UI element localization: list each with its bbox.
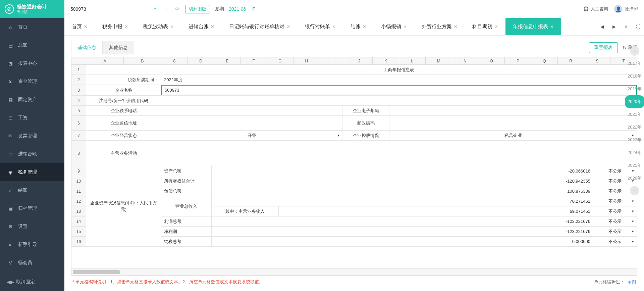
input-credit-code[interactable] <box>161 96 637 105</box>
tab-close-icon[interactable]: ✕ <box>332 24 336 29</box>
tabs-next[interactable]: ▶ <box>608 18 620 35</box>
col-head-S[interactable]: S <box>584 57 611 64</box>
year-2021年[interactable]: 2021年 <box>625 108 644 121</box>
tab-close-icon[interactable]: ✕ <box>211 24 214 29</box>
gear-icon[interactable]: ⚙ <box>174 6 180 12</box>
col-head-P[interactable]: P <box>505 57 531 64</box>
disp-12[interactable]: 不公示 <box>593 196 637 206</box>
user-menu[interactable]: 👤 徐泽华 <box>614 5 638 13</box>
row-number[interactable]: 6 <box>71 116 86 130</box>
tab-close-icon[interactable]: ✕ <box>286 24 290 29</box>
val-11[interactable]: 100.876339 <box>212 186 593 196</box>
scroll-thumb[interactable] <box>73 270 120 274</box>
nav-item-3[interactable]: ¥资金管理 <box>0 72 64 91</box>
fullscreen-icon[interactable]: ⛶ <box>632 18 644 35</box>
nav-item-6[interactable]: ✉发票管理 <box>0 127 64 145</box>
val-15[interactable]: -123.221676 <box>212 227 593 236</box>
year-up[interactable]: ︿ <box>630 46 639 56</box>
row-number[interactable]: 13 <box>71 206 86 216</box>
inner-tab-basic[interactable]: 基础信息 <box>71 41 103 54</box>
col-head-A[interactable]: A <box>86 57 124 64</box>
doc-tab-2[interactable]: 税负波动表✕ <box>136 18 181 35</box>
col-head-K[interactable]: K <box>373 57 399 64</box>
col-head-B[interactable]: B <box>124 57 161 64</box>
inner-tab-other[interactable]: 其他信息 <box>103 41 134 54</box>
row-number[interactable]: 3 <box>71 85 86 95</box>
row-number[interactable]: 11 <box>71 186 86 196</box>
year-2020年[interactable]: 2020年 <box>625 95 644 108</box>
nav-item-1[interactable]: ▤总账 <box>0 36 64 54</box>
nav-item-13[interactable]: V畅会员 <box>0 254 64 272</box>
project-select[interactable]: 500973 ﹀ <box>70 6 158 12</box>
col-head-I[interactable]: I <box>320 57 346 64</box>
input-postcode[interactable] <box>389 116 637 130</box>
row-number[interactable]: 7 <box>71 131 86 140</box>
row-number[interactable]: 9 <box>71 166 86 176</box>
doc-tab-8[interactable]: 外贸行业方案✕ <box>414 18 465 35</box>
year-2026年[interactable]: 2026年 <box>625 172 644 185</box>
col-head-F[interactable]: F <box>240 57 267 64</box>
tab-close-icon[interactable]: ✕ <box>494 24 498 29</box>
col-head-D[interactable]: D <box>188 57 214 64</box>
col-head-Q[interactable]: Q <box>531 57 558 64</box>
year-2024年[interactable]: 2024年 <box>625 146 644 159</box>
tab-close-icon[interactable]: ✕ <box>550 24 554 29</box>
tab-close-icon[interactable]: ✕ <box>454 24 458 29</box>
nav-item-11[interactable]: ⚙设置 <box>0 217 64 236</box>
doc-tab-9[interactable]: 科目期初✕ <box>465 18 505 35</box>
nav-item-2[interactable]: ⬔报表中心 <box>0 54 64 72</box>
year-2025年[interactable]: 2025年 <box>625 159 644 172</box>
input-phone[interactable] <box>161 106 342 115</box>
tab-close-icon[interactable]: ✕ <box>363 24 366 29</box>
disp-16[interactable]: 不公示 <box>593 237 637 246</box>
row-number[interactable]: 12 <box>71 196 86 206</box>
disp-15[interactable]: 不公示 <box>593 227 637 236</box>
col-head-J[interactable]: J <box>346 57 373 64</box>
doc-tab-0[interactable]: 首页✕ <box>64 18 95 35</box>
row-number[interactable]: 14 <box>71 216 86 227</box>
tab-close-icon[interactable]: ✕ <box>170 24 174 29</box>
col-head-M[interactable]: M <box>426 57 452 64</box>
tab-close-icon[interactable]: ✕ <box>84 24 88 29</box>
doc-tab-5[interactable]: 银行对账单✕ <box>298 18 343 35</box>
row-number[interactable]: 15 <box>71 227 86 237</box>
row-number[interactable]: 8 <box>71 141 86 166</box>
year-2017年[interactable]: 2017年 <box>625 57 644 70</box>
year-2018年[interactable]: 2018年 <box>625 70 644 83</box>
row-number[interactable]: 16 <box>71 237 86 247</box>
col-head-N[interactable]: N <box>452 57 479 64</box>
support-link[interactable]: 🎧 人工咨询 <box>583 6 608 12</box>
col-head-R[interactable]: R <box>558 57 584 64</box>
select-all-corner[interactable] <box>71 57 86 64</box>
nav-item-12[interactable]: ▸新手引导 <box>0 236 64 254</box>
year-2022年[interactable]: 2022年 <box>625 121 644 134</box>
col-head-C[interactable]: C <box>161 57 188 64</box>
select-holding[interactable]: 私营企业 <box>389 131 637 140</box>
calendar-icon[interactable]: 🗓 <box>251 6 257 12</box>
col-head-E[interactable]: E <box>214 57 241 64</box>
tab-close-icon[interactable]: ✕ <box>124 24 128 29</box>
switch-old-button[interactable]: 切到旧版 <box>185 5 210 13</box>
doc-tab-7[interactable]: 小畅报销✕ <box>374 18 414 35</box>
sheet-body[interactable]: 1工商年报信息表2税款所属期间：2022年度3企业名称5009734注册号/统一… <box>71 65 637 269</box>
val-16[interactable]: 0.000000 <box>212 237 593 246</box>
input-address[interactable] <box>161 116 342 130</box>
add-icon[interactable]: ＋ <box>162 6 169 12</box>
tab-close-icon[interactable]: ✕ <box>403 24 407 29</box>
year-2023年[interactable]: 2023年 <box>625 134 644 146</box>
val-12[interactable]: 70.271451 <box>212 196 593 206</box>
nav-item-10[interactable]: ▣归档管理 <box>0 199 64 217</box>
doc-tab-6[interactable]: 结账✕ <box>343 18 374 35</box>
col-head-L[interactable]: L <box>399 57 426 64</box>
row-number[interactable]: 2 <box>71 75 86 85</box>
year-down[interactable]: ﹀ <box>630 186 639 195</box>
col-head-O[interactable]: O <box>478 57 505 64</box>
doc-tab-10[interactable]: 年报信息申报表✕ <box>505 18 561 35</box>
input-main-business[interactable] <box>161 141 637 166</box>
val-13[interactable]: 69.071451 <box>279 206 593 216</box>
tabs-prev[interactable]: ◀ <box>596 18 608 35</box>
reset-report-button[interactable]: 重置报表 <box>589 42 618 53</box>
val-9[interactable]: -20.066016 <box>212 166 593 176</box>
row-number[interactable]: 5 <box>71 106 86 115</box>
nav-item-5[interactable]: ☰工资 <box>0 109 64 127</box>
